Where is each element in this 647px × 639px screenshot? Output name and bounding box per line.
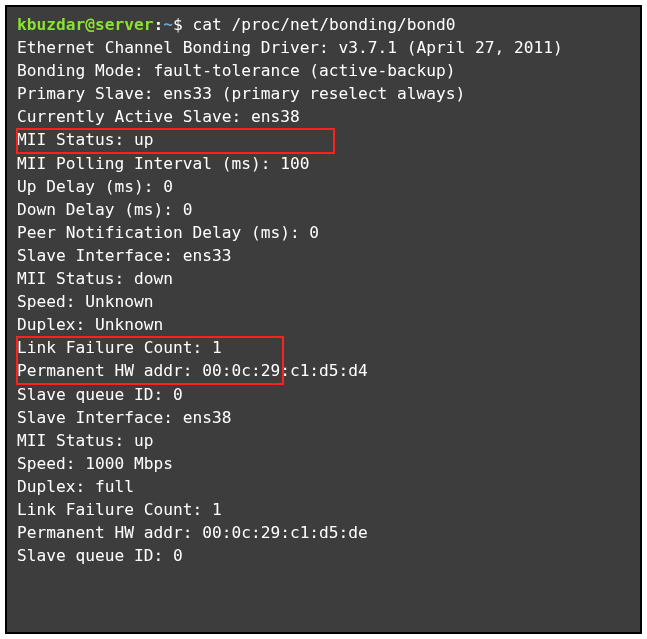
output-peer-notif: Peer Notification Delay (ms): 0 [17,221,630,244]
output-slave1-hwaddr: Permanent HW addr: 00:0c:29:c1:d5:d4 [17,359,630,382]
output-slave1-duplex: Duplex: Unknown [17,313,630,336]
output-driver: Ethernet Channel Bonding Driver: v3.7.1 … [17,36,630,59]
output-slave2-failures: Link Failure Count: 1 [17,498,630,521]
prompt-dollar: $ [173,15,193,34]
command-text: cat /proc/net/bonding/bond0 [192,15,455,34]
prompt-line: kbuzdar@server:~$ cat /proc/net/bonding/… [17,13,630,36]
output-slave1-mii: MII Status: down [17,267,630,290]
output-mii-status: MII Status: up [17,128,630,151]
output-slave1-interface: Slave Interface: ens33 [17,244,630,267]
prompt-user-host: kbuzdar@server [17,15,153,34]
output-mii-polling: MII Polling Interval (ms): 100 [17,152,630,175]
output-slave1-speed: Speed: Unknown [17,290,630,313]
output-slave2-mii: MII Status: up [17,429,630,452]
output-slave1-queue: Slave queue ID: 0 [17,383,630,406]
output-slave2-queue: Slave queue ID: 0 [17,544,630,567]
output-down-delay: Down Delay (ms): 0 [17,198,630,221]
prompt-tilde: ~ [163,15,173,34]
output-slave2-duplex: Duplex: full [17,475,630,498]
output-bonding-mode: Bonding Mode: fault-tolerance (active-ba… [17,59,630,82]
output-primary-slave: Primary Slave: ens33 (primary reselect a… [17,82,630,105]
output-up-delay: Up Delay (ms): 0 [17,175,630,198]
output-slave1-failures: Link Failure Count: 1 [17,336,630,359]
output-slave2-speed: Speed: 1000 Mbps [17,452,630,475]
output-slave2-hwaddr: Permanent HW addr: 00:0c:29:c1:d5:de [17,521,630,544]
output-slave2-interface: Slave Interface: ens38 [17,406,630,429]
output-active-slave: Currently Active Slave: ens38 [17,105,630,128]
terminal-window[interactable]: kbuzdar@server:~$ cat /proc/net/bonding/… [5,5,642,634]
prompt-colon: : [153,15,163,34]
